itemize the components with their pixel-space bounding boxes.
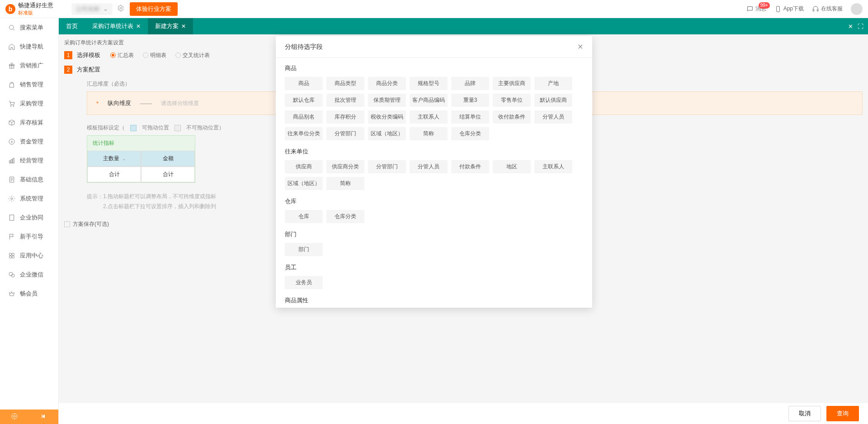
field-chip[interactable]: 收付款条件: [493, 110, 531, 124]
field-chip[interactable]: 重量3: [451, 94, 489, 107]
field-chip[interactable]: 商品: [285, 77, 323, 90]
modal-title: 分组待选字段: [285, 43, 323, 51]
chips-container: 部门: [285, 243, 583, 256]
modal-close-icon[interactable]: ✕: [577, 43, 583, 51]
modal-body[interactable]: 商品商品商品类型商品分类规格型号品牌主要供应商产地默认仓库批次管理保质期管理客户…: [276, 58, 592, 303]
modal-overlay: 分组待选字段 ✕ 商品商品商品类型商品分类规格型号品牌主要供应商产地默认仓库批次…: [0, 0, 868, 424]
modal-hscroll[interactable]: [276, 303, 592, 308]
field-chip[interactable]: 供应商: [285, 160, 323, 173]
chips-container: 商品商品类型商品分类规格型号品牌主要供应商产地默认仓库批次管理保质期管理客户商品…: [285, 77, 583, 140]
field-chip[interactable]: 批次管理: [326, 94, 364, 107]
chips-container: 仓库仓库分类: [285, 210, 583, 223]
field-chip[interactable]: 商品类型: [326, 77, 364, 90]
field-chip[interactable]: 仓库分类: [451, 127, 489, 140]
field-group-2: 仓库仓库仓库分类: [285, 197, 583, 223]
field-chip[interactable]: 保质期管理: [368, 94, 406, 107]
field-chip[interactable]: 税收分类编码: [368, 110, 406, 124]
field-chip[interactable]: 分管部门: [368, 160, 406, 173]
field-chip[interactable]: 商品别名: [285, 110, 323, 124]
field-chip[interactable]: 区域（地区）: [368, 127, 406, 140]
field-chip[interactable]: 库存积分: [326, 110, 364, 124]
field-chip[interactable]: 商品分类: [368, 77, 406, 90]
field-chip[interactable]: 地区: [493, 160, 531, 173]
field-chip[interactable]: 默认供应商: [534, 94, 572, 107]
field-chip[interactable]: 供应商分类: [326, 160, 364, 173]
field-chip[interactable]: 分管人员: [410, 160, 448, 173]
field-chip[interactable]: 仓库分类: [326, 210, 364, 223]
field-chip[interactable]: 零售单位: [493, 94, 531, 107]
field-chip[interactable]: 简称: [410, 127, 448, 140]
group-title: 往来单位: [285, 148, 583, 156]
chips-container: 业务员: [285, 276, 583, 289]
group-title: 商品属性: [285, 296, 583, 303]
field-group-3: 部门部门: [285, 230, 583, 256]
field-chip[interactable]: 主要供应商: [493, 77, 531, 90]
field-chip[interactable]: 分管人员: [534, 110, 572, 124]
field-selector-modal: 分组待选字段 ✕ 商品商品商品类型商品分类规格型号品牌主要供应商产地默认仓库批次…: [276, 36, 592, 308]
field-chip[interactable]: 付款条件: [451, 160, 489, 173]
field-chip[interactable]: 主联系人: [410, 110, 448, 124]
field-group-4: 员工业务员: [285, 263, 583, 289]
field-chip[interactable]: 客户商品编码: [410, 94, 448, 107]
field-chip[interactable]: 主联系人: [534, 160, 572, 173]
field-chip[interactable]: 规格型号: [410, 77, 448, 90]
field-chip[interactable]: 产地: [534, 77, 572, 90]
group-title: 仓库: [285, 197, 583, 205]
field-chip[interactable]: 结算单位: [451, 110, 489, 124]
field-chip[interactable]: 部门: [285, 243, 323, 256]
field-chip[interactable]: 业务员: [285, 276, 323, 289]
field-group-0: 商品商品商品类型商品分类规格型号品牌主要供应商产地默认仓库批次管理保质期管理客户…: [285, 64, 583, 140]
field-chip[interactable]: 简称: [326, 177, 364, 190]
field-group-1: 往来单位供应商供应商分类分管部门分管人员付款条件地区主联系人区域（地区）简称: [285, 148, 583, 190]
field-chip[interactable]: 区域（地区）: [285, 177, 323, 190]
chips-container: 供应商供应商分类分管部门分管人员付款条件地区主联系人区域（地区）简称: [285, 160, 583, 190]
field-chip[interactable]: 仓库: [285, 210, 323, 223]
field-chip[interactable]: 默认仓库: [285, 94, 323, 107]
field-group-5: 商品属性属性颜色多规格尺码鞋码1: [285, 296, 583, 303]
field-chip[interactable]: 分管部门: [326, 127, 364, 140]
field-chip[interactable]: 往来单位分类: [285, 127, 323, 140]
group-title: 部门: [285, 230, 583, 238]
group-title: 商品: [285, 64, 583, 72]
field-chip[interactable]: 品牌: [451, 77, 489, 90]
modal-header: 分组待选字段 ✕: [276, 36, 592, 58]
group-title: 员工: [285, 263, 583, 272]
